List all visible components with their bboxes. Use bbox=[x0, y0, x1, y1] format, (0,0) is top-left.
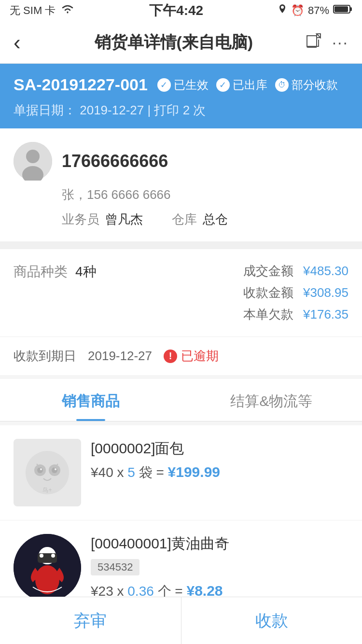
more-icon[interactable]: ··· bbox=[332, 33, 348, 52]
check-icon-shipped: ✓ bbox=[216, 78, 230, 92]
svg-point-20 bbox=[40, 554, 43, 558]
back-button[interactable]: ‹ bbox=[14, 30, 42, 55]
nav-bar: ‹ 销货单详情(来自电脑) ··· bbox=[0, 21, 362, 64]
svg-point-13 bbox=[40, 468, 42, 470]
stats-right: 成交金额 ¥485.30 收款金额 ¥308.95 本单欠款 ¥176.35 bbox=[243, 263, 348, 323]
stats-row: 商品种类 4种 成交金额 ¥485.30 收款金额 ¥308.95 本单欠款 ¥… bbox=[14, 263, 348, 323]
products-list: 鸟+ [0000002]面包 ¥40 x 5 袋 = ¥199.99 bbox=[0, 425, 362, 616]
status-badges: ✓ 已生效 ✓ 已出库 ⏱ 部分收款 bbox=[157, 77, 338, 93]
abandon-review-button[interactable]: 弃审 bbox=[0, 597, 181, 644]
share-icon[interactable] bbox=[305, 32, 322, 53]
overdue-icon: ! bbox=[164, 350, 177, 363]
svg-rect-3 bbox=[334, 6, 348, 12]
due-section: 收款到期日 2019-12-27 ! 已逾期 bbox=[0, 336, 362, 375]
sim-status: 无 SIM 卡 bbox=[10, 3, 56, 18]
product-info-bread: [0000002]面包 ¥40 x 5 袋 = ¥199.99 bbox=[91, 439, 348, 482]
svg-point-14 bbox=[55, 468, 56, 470]
badge-active: ✓ 已生效 bbox=[157, 77, 209, 93]
svg-point-11 bbox=[37, 467, 43, 473]
location-icon bbox=[278, 3, 287, 18]
customer-phone: 17666666666 bbox=[62, 151, 168, 171]
stats-section: 商品种类 4种 成交金额 ¥485.30 收款金额 ¥308.95 本单欠款 ¥… bbox=[0, 249, 362, 336]
warehouse-meta: 仓库 总仓 bbox=[172, 211, 228, 228]
svg-text:鸟+: 鸟+ bbox=[42, 487, 52, 493]
customer-section: 17666666666 张，156 6666 6666 业务员 曾凡杰 仓库 总… bbox=[0, 128, 362, 241]
clock-icon: ⏱ bbox=[275, 78, 289, 92]
product-thumb-cookie bbox=[14, 534, 81, 602]
status-left: 无 SIM 卡 bbox=[10, 3, 75, 18]
stat-amount: 成交金额 ¥485.30 bbox=[243, 263, 348, 280]
svg-point-6 bbox=[26, 150, 40, 163]
collect-payment-button[interactable]: 收款 bbox=[181, 597, 362, 644]
sales-meta: 业务员 曾凡杰 bbox=[62, 211, 143, 228]
svg-rect-4 bbox=[307, 36, 317, 47]
status-bar: 无 SIM 卡 下午4:42 ⏰ 87% bbox=[0, 0, 362, 21]
battery-icon bbox=[333, 4, 352, 17]
product-price-bread: ¥40 x 5 袋 = ¥199.99 bbox=[91, 463, 348, 482]
check-icon-active: ✓ bbox=[157, 78, 171, 92]
order-header: SA-20191227-001 ✓ 已生效 ✓ 已出库 ⏱ 部分收款 单据日期：… bbox=[0, 64, 362, 128]
svg-point-12 bbox=[52, 467, 57, 473]
svg-rect-2 bbox=[350, 7, 352, 11]
stat-received: 收款金额 ¥308.95 bbox=[243, 284, 348, 301]
badge-partial: ⏱ 部分收款 bbox=[275, 77, 338, 93]
wifi-icon bbox=[60, 4, 75, 17]
badge-shipped: ✓ 已出库 bbox=[216, 77, 267, 93]
svg-point-0 bbox=[281, 6, 284, 9]
product-item: 鸟+ [0000002]面包 ¥40 x 5 袋 = ¥199.99 bbox=[0, 425, 362, 520]
status-right: ⏰ 87% bbox=[278, 3, 352, 18]
battery-text: 87% bbox=[308, 4, 329, 17]
order-id: SA-20191227-001 bbox=[14, 75, 148, 94]
bottom-bar: 弃审 收款 bbox=[0, 597, 362, 644]
product-info-cookie: [000400001]黄油曲奇 534532 ¥23 x 0.36 个 = ¥8… bbox=[91, 534, 348, 601]
status-time: 下午4:42 bbox=[149, 1, 203, 20]
customer-meta: 业务员 曾凡杰 仓库 总仓 bbox=[62, 211, 348, 228]
tabs-section: 销售商品 结算&物流等 鸟+ bbox=[0, 379, 362, 616]
svg-point-21 bbox=[51, 554, 55, 558]
customer-row: 17666666666 bbox=[14, 142, 348, 181]
tab-sales-products[interactable]: 销售商品 bbox=[0, 379, 181, 421]
page-title: 销货单详情(来自电脑) bbox=[42, 31, 305, 54]
nav-actions: ··· bbox=[305, 32, 348, 53]
order-date: 单据日期： 2019-12-27 | 打印 2 次 bbox=[14, 102, 348, 119]
overdue-badge: ! 已逾期 bbox=[164, 348, 219, 364]
avatar bbox=[14, 142, 52, 181]
tabs-bar: 销售商品 结算&物流等 bbox=[0, 379, 362, 421]
divider-1 bbox=[0, 241, 362, 249]
tab-settlement[interactable]: 结算&物流等 bbox=[181, 379, 362, 421]
stats-left: 商品种类 4种 bbox=[14, 263, 97, 281]
stat-debt: 本单欠款 ¥176.35 bbox=[243, 306, 348, 323]
alarm-icon: ⏰ bbox=[291, 4, 304, 17]
customer-name: 张，156 6666 6666 bbox=[62, 186, 348, 203]
product-tag: 534532 bbox=[91, 559, 139, 575]
product-thumb-bread: 鸟+ bbox=[14, 439, 81, 506]
